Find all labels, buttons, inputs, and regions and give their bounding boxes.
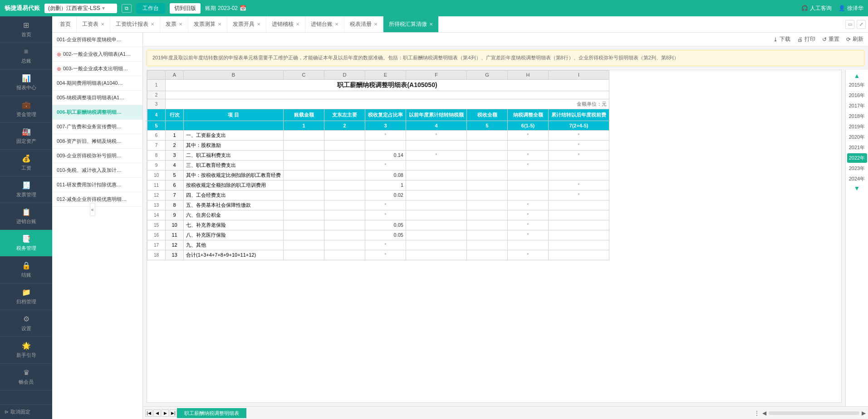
cell-d[interactable] bbox=[324, 180, 365, 190]
cell-f[interactable] bbox=[406, 180, 467, 190]
tab-invoice-close-icon[interactable]: ✕ bbox=[179, 22, 182, 27]
tab-invoice-calc[interactable]: 发票测算 ✕ bbox=[188, 16, 227, 33]
cell-f[interactable] bbox=[406, 230, 467, 240]
cell-d[interactable] bbox=[324, 210, 365, 220]
cell-c[interactable] bbox=[284, 250, 324, 260]
cell-g[interactable] bbox=[467, 200, 508, 210]
sidebar-item-archive[interactable]: 📁 归档管理 bbox=[0, 283, 52, 310]
cell-e[interactable]: * bbox=[365, 200, 406, 210]
cell-f[interactable] bbox=[406, 170, 467, 180]
cell-e[interactable]: 1 bbox=[365, 180, 406, 190]
tab-income-tax[interactable]: 所得税汇算清缴 ✕ bbox=[383, 16, 439, 33]
cell-e[interactable]: 0.08 bbox=[365, 170, 406, 180]
left-panel-item-009[interactable]: 009-企业所得税弥补亏损明… bbox=[52, 149, 142, 163]
cell-h[interactable]: * bbox=[508, 230, 549, 240]
cell-h[interactable] bbox=[508, 140, 549, 150]
cell-h[interactable]: * bbox=[508, 210, 549, 220]
scroll-last-button[interactable]: ▶| bbox=[170, 409, 177, 417]
scroll-next-button[interactable]: ▶ bbox=[162, 409, 169, 417]
cell-g[interactable] bbox=[467, 210, 508, 220]
scroll-first-button[interactable]: |◀ bbox=[145, 409, 152, 417]
cell-h[interactable]: * bbox=[508, 130, 549, 140]
year-btn-2022[interactable]: 2022年 bbox=[847, 153, 867, 163]
sidebar-item-close[interactable]: 🔒 结账 bbox=[0, 257, 52, 283]
cell-c[interactable] bbox=[284, 170, 324, 180]
cell-i[interactable]: * bbox=[549, 140, 609, 150]
cell-g[interactable] bbox=[467, 180, 508, 190]
tab-invoice-calc-close-icon[interactable]: ✕ bbox=[218, 22, 221, 27]
left-panel-item-001[interactable]: 001-企业所得税年度纳税申… bbox=[52, 33, 142, 47]
sheet-options-icon[interactable]: ⋮ bbox=[754, 409, 760, 417]
table-row[interactable]: 94三、职工教育经费支出** bbox=[147, 160, 609, 170]
year-btn-2023[interactable]: 2023年 bbox=[847, 164, 867, 173]
sidebar-item-tax[interactable]: 📑 税务管理 bbox=[0, 230, 52, 257]
cell-f[interactable]: * bbox=[406, 130, 467, 140]
cell-d[interactable] bbox=[324, 240, 365, 250]
left-panel-item-006[interactable]: 006-职工薪酬纳税调整明细… bbox=[52, 105, 142, 120]
cell-f[interactable] bbox=[406, 160, 467, 170]
cell-d[interactable] bbox=[324, 220, 365, 230]
table-row[interactable]: 116按税收规定全额扣除的职工培训费用1* bbox=[147, 180, 609, 190]
table-row[interactable]: 83二、职工福利费支出0.14*** bbox=[147, 150, 609, 160]
table-row[interactable]: 72其中：股权激励* bbox=[147, 140, 609, 150]
cell-c[interactable] bbox=[284, 230, 324, 240]
cell-f[interactable] bbox=[406, 240, 467, 250]
table-row[interactable]: 149六、住房公积金** bbox=[147, 210, 609, 220]
bottom-tab-main[interactable]: 职工薪酬纳税调整明细表 bbox=[177, 408, 246, 418]
left-panel-item-004[interactable]: 004-期间费用明细表(A1040… bbox=[52, 76, 142, 91]
table-row[interactable]: 105其中：按税收规定比例扣除的职工教育经费0.08 bbox=[147, 170, 609, 180]
cell-e[interactable]: 0.02 bbox=[365, 190, 406, 200]
sidebar-item-guide[interactable]: 🌟 新手引导 bbox=[0, 337, 52, 364]
copy-icon-btn[interactable]: ⧉ bbox=[122, 4, 132, 13]
cell-d[interactable] bbox=[324, 130, 365, 140]
horizontal-scroll-left-btn[interactable]: ◀ bbox=[762, 410, 766, 416]
cell-e[interactable]: * bbox=[365, 210, 406, 220]
cell-f[interactable] bbox=[406, 220, 467, 230]
sidebar-item-assets[interactable]: 💼 资金管理 bbox=[0, 96, 52, 123]
cell-c[interactable] bbox=[284, 140, 324, 150]
left-panel-item-008[interactable]: 008-资产折旧、摊销及纳税… bbox=[52, 134, 142, 149]
sidebar-item-settings[interactable]: ⚙ 设置 bbox=[0, 310, 52, 337]
cell-c[interactable] bbox=[284, 130, 324, 140]
support-link[interactable]: 🎧 人工客询 bbox=[801, 5, 832, 12]
tab-tax-clear[interactable]: 税表清册 ✕ bbox=[344, 16, 383, 33]
cell-d[interactable] bbox=[324, 200, 365, 210]
company-selector[interactable]: (勿删）江西睿宝-LSS ▾ bbox=[44, 4, 117, 13]
cell-i[interactable]: * bbox=[549, 130, 609, 140]
year-btn-2018[interactable]: 2018年 bbox=[847, 112, 867, 121]
sidebar-item-invoice[interactable]: 🧾 发票管理 bbox=[0, 176, 52, 203]
sidebar-item-home[interactable]: ⊞ 首页 bbox=[0, 16, 52, 43]
cell-f[interactable] bbox=[406, 250, 467, 260]
cell-g[interactable] bbox=[467, 150, 508, 160]
cell-i[interactable] bbox=[549, 230, 609, 240]
tab-salary-close-icon[interactable]: ✕ bbox=[101, 22, 104, 27]
cell-d[interactable] bbox=[324, 190, 365, 200]
cell-i[interactable] bbox=[549, 250, 609, 260]
cell-e[interactable]: * bbox=[365, 240, 406, 250]
year-btn-2017[interactable]: 2017年 bbox=[847, 101, 867, 111]
cell-c[interactable] bbox=[284, 240, 324, 250]
reset-button[interactable]: ↺ 重置 bbox=[822, 35, 839, 43]
cell-f[interactable]: * bbox=[406, 150, 467, 160]
table-row[interactable]: 61一、工资薪金支出**** bbox=[147, 130, 609, 140]
print-button[interactable]: 🖨 打印 bbox=[797, 35, 815, 43]
cell-i[interactable] bbox=[549, 160, 609, 170]
year-scroll-down-button[interactable]: ▼ bbox=[854, 185, 860, 192]
table-row[interactable]: 127四、工会经费支出0.02* bbox=[147, 190, 609, 200]
workbench-button[interactable]: 工作台 bbox=[136, 3, 165, 14]
cell-e[interactable]: 0.05 bbox=[365, 220, 406, 230]
tab-salary-stat-close-icon[interactable]: ✕ bbox=[151, 22, 154, 27]
tab-invoice-open[interactable]: 发票开具 ✕ bbox=[227, 16, 266, 33]
cell-c[interactable] bbox=[284, 180, 324, 190]
tab-bar-maximize-button[interactable]: ⤢ bbox=[857, 20, 866, 29]
cell-h[interactable] bbox=[508, 190, 549, 200]
left-panel-item-012[interactable]: 012-减免企业所得税优惠明细… bbox=[52, 192, 142, 207]
spreadsheet-container[interactable]: A B C D E F G H I bbox=[147, 70, 842, 403]
cell-g[interactable] bbox=[467, 250, 508, 260]
refresh-button[interactable]: ⟳ 刷新 bbox=[846, 35, 863, 43]
cell-i[interactable] bbox=[549, 170, 609, 180]
sidebar-item-salary[interactable]: 💰 工资 bbox=[0, 150, 52, 176]
tab-income-tax-close-icon[interactable]: ✕ bbox=[429, 22, 433, 27]
cell-h[interactable]: * bbox=[508, 150, 549, 160]
tab-invoice[interactable]: 发票 ✕ bbox=[160, 16, 188, 33]
